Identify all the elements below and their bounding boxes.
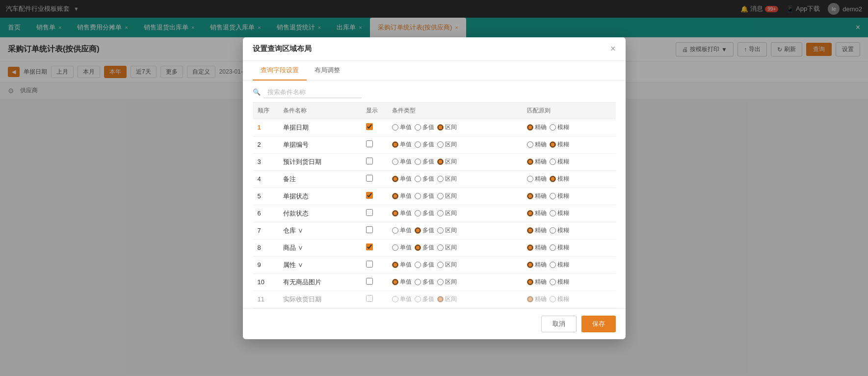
modal-close-button[interactable]: × [610,44,616,53]
search-input[interactable] [263,86,362,98]
tab-query-fields-label: 查询字段设置 [261,66,299,74]
modal-overlay: 设置查询区域布局 × 查询字段设置 布局调整 🔍 顺序 条件名称 [0,0,868,99]
tab-query-fields[interactable]: 查询字段设置 [253,61,307,81]
search-bar: 🔍 [243,81,626,100]
modal-title: 设置查询区域布局 [253,44,312,54]
modal-tabs: 查询字段设置 布局调整 [243,61,626,81]
tab-layout-label: 布局调整 [315,66,340,74]
search-icon: 🔍 [253,88,261,96]
tab-layout[interactable]: 布局调整 [307,61,348,81]
modal-dialog: 设置查询区域布局 × 查询字段设置 布局调整 🔍 顺序 条件名称 [243,37,626,100]
modal-header: 设置查询区域布局 × [243,37,626,61]
